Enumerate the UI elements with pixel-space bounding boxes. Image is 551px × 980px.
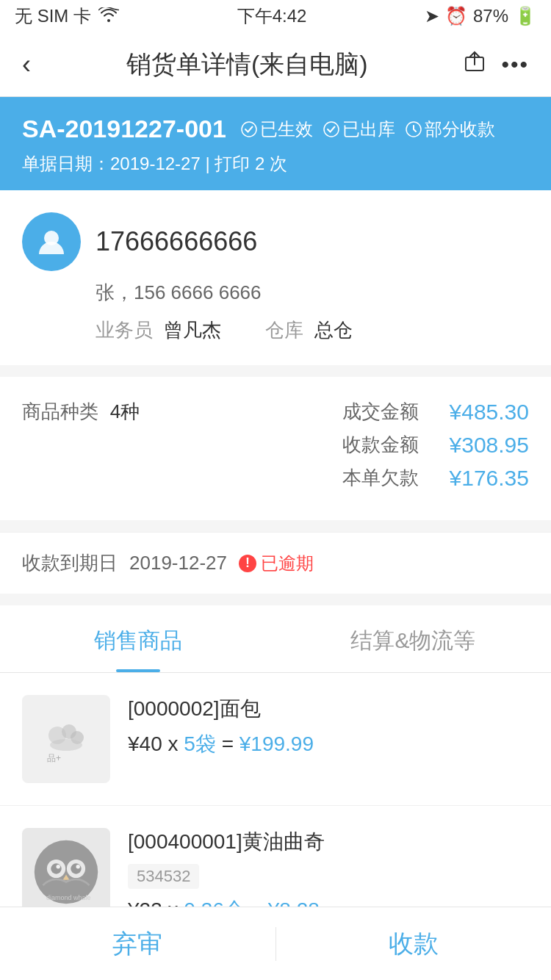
avatar [22, 212, 81, 271]
customer-contact: 张，156 6666 6666 [22, 280, 529, 306]
product-price-bread: ¥40 x 5袋 = ¥199.99 [128, 730, 529, 758]
summary-row: 商品种类 4种 成交金额 ¥485.30 收款金额 ¥308.95 本单欠款 ¥… [22, 399, 529, 498]
product-sku-cookie: 534532 [128, 864, 199, 889]
svg-point-1 [242, 122, 256, 137]
status-partial: 部分收款 [406, 118, 495, 141]
summary-section: 商品种类 4种 成交金额 ¥485.30 收款金额 ¥308.95 本单欠款 ¥… [0, 377, 551, 520]
svg-point-16 [76, 865, 80, 868]
debt-amount-row: 本单欠款 ¥176.35 [342, 465, 529, 491]
more-icon[interactable]: ••• [501, 52, 529, 77]
tab-sales-products[interactable]: 销售商品 [0, 605, 276, 672]
overdue-badge: ! 已逾期 [239, 552, 314, 575]
warehouse-field: 仓库 总仓 [265, 317, 353, 343]
divider-1 [0, 365, 551, 377]
due-label: 收款到期日 [22, 550, 118, 576]
customer-section: 17666666666 张，156 6666 6666 业务员 曾凡杰 仓库 总… [0, 190, 551, 365]
overdue-icon: ! [239, 555, 256, 572]
product-info-bread: [0000002]面包 ¥40 x 5袋 = ¥199.99 [128, 695, 529, 758]
product-type-field: 商品种类 4种 [22, 399, 140, 425]
product-thumb-cookie: diamond whale [22, 828, 110, 916]
tabs-row: 销售商品 结算&物流等 [0, 605, 551, 673]
alarm-icon: ⏰ [445, 6, 467, 26]
deal-amount-row: 成交金额 ¥485.30 [342, 399, 529, 425]
svg-point-14 [71, 863, 81, 873]
bottom-bar: 弃审 收款 [0, 907, 551, 980]
due-section: 收款到期日 2019-12-27 ! 已逾期 [0, 532, 551, 594]
time-text: 下午4:42 [237, 4, 307, 28]
status-shipped: 已出库 [323, 118, 395, 141]
order-id: SA-20191227-001 [22, 115, 226, 143]
svg-point-8 [50, 739, 82, 751]
svg-point-2 [324, 122, 339, 137]
cancel-review-button[interactable]: 弃审 [0, 927, 276, 961]
customer-meta: 业务员 曾凡杰 仓库 总仓 [22, 317, 529, 343]
tabs-section: 销售商品 结算&物流等 品+ [0000002]面包 ¥40 [0, 605, 551, 947]
overdue-text: 已逾期 [261, 552, 314, 575]
carrier-text: 无 SIM 卡 [15, 4, 91, 28]
product-name-bread: [0000002]面包 [128, 695, 529, 723]
svg-text:diamond whale: diamond whale [46, 894, 91, 901]
salesperson-field: 业务员 曾凡杰 [96, 317, 221, 343]
svg-point-15 [57, 865, 60, 868]
nav-bar: ‹ 销货单详情(来自电脑) ••• [0, 32, 551, 97]
product-item: 品+ [0000002]面包 ¥40 x 5袋 = ¥199.99 [0, 673, 551, 806]
order-meta: 单据日期：2019-12-27 | 打印 2 次 [22, 152, 529, 176]
product-thumb-bread: 品+ [22, 695, 110, 783]
back-button[interactable]: ‹ [22, 49, 31, 80]
wifi-icon [98, 6, 119, 26]
order-id-row: SA-20191227-001 已生效 已出库 [22, 115, 529, 143]
status-left: 无 SIM 卡 [15, 4, 119, 28]
due-date: 2019-12-27 [129, 552, 227, 574]
received-amount-row: 收款金额 ¥308.95 [342, 432, 529, 458]
status-bar: 无 SIM 卡 下午4:42 ➤ ⏰ 87% 🔋 [0, 0, 551, 32]
nav-icons: ••• [463, 50, 529, 79]
product-name-cookie: [000400001]黄油曲奇 [128, 828, 529, 856]
svg-point-13 [51, 863, 61, 873]
share-icon[interactable] [463, 50, 486, 79]
svg-text:品+: 品+ [47, 753, 61, 763]
location-icon: ➤ [425, 6, 439, 26]
amounts-block: 成交金额 ¥485.30 收款金额 ¥308.95 本单欠款 ¥176.35 [342, 399, 529, 498]
tab-settlement[interactable]: 结算&物流等 [276, 605, 551, 672]
customer-id: 17666666666 [96, 226, 257, 257]
battery-text: 87% [473, 6, 508, 26]
collect-payment-button[interactable]: 收款 [276, 927, 552, 961]
page-title: 销货单详情(来自电脑) [126, 48, 368, 82]
status-tags: 已生效 已出库 部分收款 [241, 118, 495, 141]
status-effective: 已生效 [241, 118, 313, 141]
battery-icon: 🔋 [514, 6, 536, 26]
order-header: SA-20191227-001 已生效 已出库 [0, 97, 551, 190]
customer-row: 17666666666 [22, 212, 529, 271]
status-right: ➤ ⏰ 87% 🔋 [425, 6, 536, 26]
